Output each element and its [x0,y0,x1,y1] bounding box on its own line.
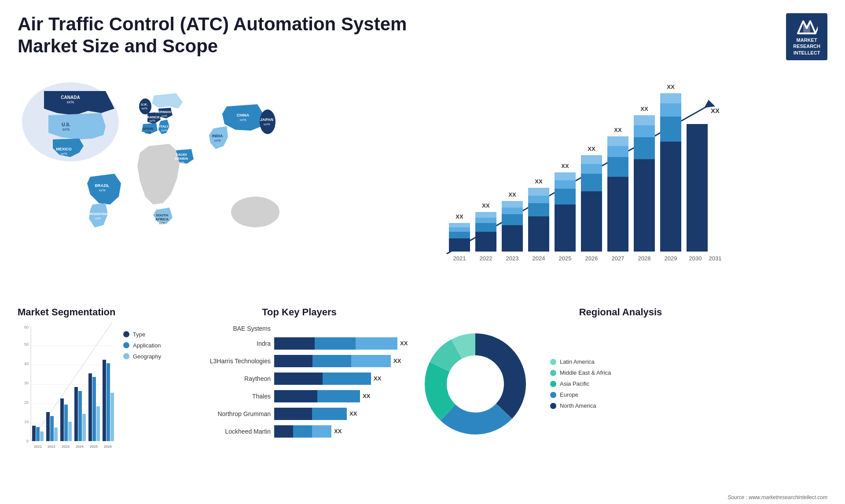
bar-l3harris [274,355,391,367]
player-row-northrop: Northrop Grumman XX [194,408,405,420]
svg-text:XX: XX [508,191,516,198]
page-header: Air Traffic Control (ATC) Automation Sys… [0,0,845,65]
legend-type-label: Type [133,331,145,338]
latin-america-dot [550,359,556,365]
svg-rect-64 [555,172,576,180]
player-xx-northrop: XX [349,410,357,417]
svg-text:2027: 2027 [612,255,625,262]
svg-text:xx%: xx% [239,118,246,122]
svg-text:2030: 2030 [689,255,702,262]
player-xx-thales: XX [363,393,370,399]
svg-rect-61 [555,205,576,252]
legend-application-label: Application [133,342,161,349]
svg-text:2023: 2023 [506,255,519,262]
svg-rect-123 [68,422,72,441]
player-bar-raytheon: XX [274,373,405,385]
svg-rect-122 [64,405,68,441]
svg-text:2022: 2022 [48,445,55,449]
svg-rect-125 [74,387,78,441]
donut-chart-svg [414,322,537,446]
bar-chart-section: XX XX XX XX XX [308,65,827,298]
svg-rect-77 [634,137,655,159]
svg-rect-129 [88,373,92,441]
svg-rect-130 [92,377,96,441]
svg-point-5 [260,110,276,134]
svg-rect-121 [60,398,64,441]
bar-seg1-northrop [274,408,312,420]
svg-text:FRANCE: FRANCE [145,115,160,119]
bar-seg3-lockheed [312,425,331,438]
svg-text:10: 10 [24,420,29,424]
svg-text:xx%: xx% [141,107,147,110]
regional-title: Regional Analysis [414,307,827,318]
svg-rect-119 [54,427,58,441]
player-xx-raytheon: XX [374,375,381,382]
legend-north-america-label: North America [560,402,596,409]
svg-text:XX: XX [667,84,675,90]
svg-text:XX: XX [482,202,490,209]
player-row-indra: Indra XX [194,337,405,350]
svg-rect-41 [449,238,470,252]
player-name-thales: Thales [194,393,271,400]
svg-text:2022: 2022 [480,255,492,262]
svg-rect-135 [110,393,114,441]
legend-type: Type [123,331,161,338]
svg-text:XX: XX [614,127,622,133]
svg-point-142 [449,358,502,410]
svg-text:xx%: xx% [161,129,167,132]
svg-text:2025: 2025 [90,445,98,449]
svg-rect-83 [660,103,681,117]
svg-text:xx%: xx% [60,152,67,156]
player-xx-l3harris: XX [393,358,401,364]
svg-text:40: 40 [24,362,29,366]
bar-seg2-raytheon [323,373,371,385]
svg-text:2021: 2021 [34,445,42,449]
bar-seg2-indra [315,337,355,350]
player-bar-lockheed: XX [274,425,405,438]
legend-north-america: North America [550,402,611,409]
svg-text:SPAIN: SPAIN [143,127,153,131]
legend-application: Application [123,342,161,349]
player-bar-northrop: XX [274,408,405,420]
svg-text:CANADA: CANADA [61,95,80,100]
application-dot [123,342,129,348]
type-dot [123,331,129,337]
bar-seg2-lockheed [293,425,312,438]
svg-text:2026: 2026 [104,445,112,449]
svg-rect-62 [555,189,576,205]
svg-rect-44 [449,223,470,227]
player-name-l3harris: L3Harris Technologies [194,358,271,365]
svg-text:xx%: xx% [161,114,167,117]
svg-rect-79 [634,115,655,125]
player-row-l3harris: L3Harris Technologies XX [194,355,405,367]
svg-rect-72 [607,157,628,177]
segmentation-section: Market Segmentation 0 10 20 30 40 50 60 [18,307,185,491]
player-name-bae: BAE Systems [194,325,271,332]
segmentation-legend: Type Application Geography [123,331,161,463]
svg-text:MEXICO: MEXICO [56,147,72,151]
svg-text:60: 60 [24,325,29,329]
svg-text:xx%: xx% [66,100,74,104]
europe-dot [550,392,556,398]
legend-latin-america-label: Latin America [560,358,595,365]
bar-seg3-l3harris [351,355,391,367]
bar-seg1-raytheon [274,373,323,385]
svg-rect-76 [634,159,655,252]
svg-text:INDIA: INDIA [212,134,223,138]
svg-text:2024: 2024 [533,255,545,262]
svg-text:XX: XX [456,213,463,220]
legend-europe-label: Europe [560,391,578,398]
svg-rect-74 [607,136,628,146]
svg-text:XX: XX [711,107,720,114]
svg-rect-115 [40,431,44,441]
svg-rect-56 [528,216,549,252]
svg-rect-68 [581,164,602,174]
svg-line-2 [816,25,818,33]
svg-rect-66 [581,191,602,252]
segmentation-title: Market Segmentation [18,307,185,318]
svg-text:XX: XX [561,163,569,169]
svg-rect-82 [660,117,681,142]
svg-point-6 [231,197,279,227]
players-list: BAE Systems Indra XX L3H [194,323,405,438]
svg-rect-114 [36,427,40,441]
